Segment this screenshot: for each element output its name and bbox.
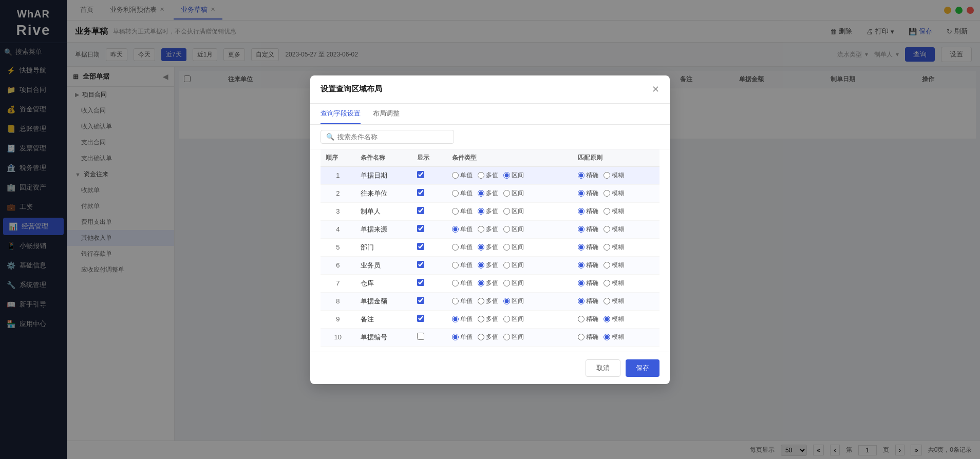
row-type-多值[interactable]: 多值 bbox=[478, 297, 498, 305]
row-type-多值[interactable]: 多值 bbox=[478, 261, 498, 270]
row-match-精确[interactable]: 精确 bbox=[578, 243, 598, 252]
row-type-多值[interactable]: 多值 bbox=[478, 315, 498, 323]
modal-tab-layout[interactable]: 布局调整 bbox=[373, 104, 400, 124]
row-order: 2 bbox=[321, 184, 355, 202]
row-type-多值[interactable]: 多值 bbox=[478, 189, 498, 198]
modal-search-input[interactable] bbox=[337, 133, 448, 141]
row-show-cell[interactable] bbox=[412, 238, 447, 256]
modal-col-name: 条件名称 bbox=[355, 149, 412, 167]
modal-table-row: 6业务员单值多值区间精确模糊 bbox=[321, 256, 659, 274]
modal-save-button[interactable]: 保存 bbox=[626, 359, 659, 377]
row-match-精确[interactable]: 精确 bbox=[578, 171, 598, 180]
row-match-模糊[interactable]: 模糊 bbox=[604, 207, 624, 216]
row-show-cell[interactable] bbox=[412, 166, 447, 184]
row-type-多值[interactable]: 多值 bbox=[478, 333, 498, 341]
row-order: 4 bbox=[321, 220, 355, 238]
row-match-模糊[interactable]: 模糊 bbox=[604, 297, 624, 305]
row-type-cell: 单值多值区间 bbox=[447, 328, 573, 346]
row-show-cell[interactable] bbox=[412, 310, 447, 328]
row-show-checkbox[interactable] bbox=[417, 279, 424, 286]
row-match-模糊[interactable]: 模糊 bbox=[604, 189, 624, 198]
row-type-单值[interactable]: 单值 bbox=[452, 261, 473, 270]
row-type-区间[interactable]: 区间 bbox=[503, 207, 524, 216]
row-type-单值[interactable]: 单值 bbox=[452, 171, 473, 180]
row-show-cell[interactable] bbox=[412, 202, 447, 220]
row-order: 10 bbox=[321, 328, 355, 346]
row-type-cell: 单值多值区间 bbox=[447, 184, 573, 202]
modal-col-match: 匹配原则 bbox=[573, 149, 659, 167]
row-show-checkbox[interactable] bbox=[417, 171, 424, 178]
row-type-区间[interactable]: 区间 bbox=[503, 279, 524, 288]
row-type-区间[interactable]: 区间 bbox=[503, 225, 524, 234]
row-condition-name: 单据来源 bbox=[355, 220, 412, 238]
row-show-checkbox[interactable] bbox=[417, 189, 424, 196]
row-match-cell: 精确模糊 bbox=[573, 184, 659, 202]
modal-col-order: 顺序 bbox=[321, 149, 355, 167]
row-type-单值[interactable]: 单值 bbox=[452, 297, 473, 305]
row-show-checkbox[interactable] bbox=[417, 207, 424, 214]
cancel-button[interactable]: 取消 bbox=[586, 359, 620, 377]
row-type-单值[interactable]: 单值 bbox=[452, 333, 473, 341]
row-type-区间[interactable]: 区间 bbox=[503, 315, 524, 323]
row-match-模糊[interactable]: 模糊 bbox=[604, 315, 624, 323]
modal-body: 查询字段设置 布局调整 🔍 顺序 条件名称 bbox=[310, 104, 670, 352]
row-show-cell[interactable] bbox=[412, 256, 447, 274]
modal-search-box[interactable]: 🔍 bbox=[321, 130, 454, 144]
row-show-checkbox[interactable] bbox=[417, 333, 424, 340]
row-type-单值[interactable]: 单值 bbox=[452, 315, 473, 323]
row-match-模糊[interactable]: 模糊 bbox=[604, 243, 624, 252]
row-match-精确[interactable]: 精确 bbox=[578, 189, 598, 198]
row-show-checkbox[interactable] bbox=[417, 225, 424, 232]
row-match-精确[interactable]: 精确 bbox=[578, 297, 598, 305]
row-order: 6 bbox=[321, 256, 355, 274]
row-show-cell[interactable] bbox=[412, 292, 447, 310]
row-type-区间[interactable]: 区间 bbox=[503, 333, 524, 341]
row-type-单值[interactable]: 单值 bbox=[452, 279, 473, 288]
row-match-精确[interactable]: 精确 bbox=[578, 279, 598, 288]
modal-footer: 取消 保存 bbox=[310, 352, 670, 384]
row-type-区间[interactable]: 区间 bbox=[503, 243, 524, 252]
row-type-单值[interactable]: 单值 bbox=[452, 225, 473, 234]
row-match-模糊[interactable]: 模糊 bbox=[604, 261, 624, 270]
row-type-多值[interactable]: 多值 bbox=[478, 279, 498, 288]
row-type-单值[interactable]: 单值 bbox=[452, 207, 473, 216]
modal-tab-query-fields[interactable]: 查询字段设置 bbox=[321, 104, 361, 124]
row-match-精确[interactable]: 精确 bbox=[578, 207, 598, 216]
row-show-cell[interactable] bbox=[412, 274, 447, 292]
row-show-checkbox[interactable] bbox=[417, 261, 424, 268]
row-match-模糊[interactable]: 模糊 bbox=[604, 333, 624, 341]
row-type-单值[interactable]: 单值 bbox=[452, 189, 473, 198]
row-type-区间[interactable]: 区间 bbox=[503, 261, 524, 270]
modal-table-row: 9备注单值多值区间精确模糊 bbox=[321, 310, 659, 328]
row-type-多值[interactable]: 多值 bbox=[478, 207, 498, 216]
row-order: 9 bbox=[321, 310, 355, 328]
row-match-模糊[interactable]: 模糊 bbox=[604, 279, 624, 288]
row-show-cell[interactable] bbox=[412, 184, 447, 202]
modal-table-wrap: 顺序 条件名称 显示 条件类型 匹配原则 1单据日期单值多值区间精确模糊2往来单… bbox=[310, 149, 670, 352]
modal-close-button[interactable]: ✕ bbox=[652, 84, 659, 95]
row-type-多值[interactable]: 多值 bbox=[478, 225, 498, 234]
row-type-单值[interactable]: 单值 bbox=[452, 243, 473, 252]
row-type-cell: 单值多值区间 bbox=[447, 274, 573, 292]
modal-title: 设置查询区域布局 bbox=[321, 84, 382, 94]
row-match-cell: 精确模糊 bbox=[573, 202, 659, 220]
modal-table-row: 3制单人单值多值区间精确模糊 bbox=[321, 202, 659, 220]
row-show-checkbox[interactable] bbox=[417, 315, 424, 322]
row-match-模糊[interactable]: 模糊 bbox=[604, 171, 624, 180]
row-type-区间[interactable]: 区间 bbox=[503, 297, 524, 305]
row-type-多值[interactable]: 多值 bbox=[478, 243, 498, 252]
row-match-模糊[interactable]: 模糊 bbox=[604, 225, 624, 234]
row-show-checkbox[interactable] bbox=[417, 297, 424, 304]
row-type-区间[interactable]: 区间 bbox=[503, 171, 524, 180]
row-show-cell[interactable] bbox=[412, 328, 447, 346]
row-match-精确[interactable]: 精确 bbox=[578, 333, 598, 341]
row-type-多值[interactable]: 多值 bbox=[478, 171, 498, 180]
row-condition-name: 仓库 bbox=[355, 274, 412, 292]
modal-overlay: 设置查询区域布局 ✕ 查询字段设置 布局调整 🔍 bbox=[0, 0, 980, 459]
row-show-checkbox[interactable] bbox=[417, 243, 424, 250]
row-match-精确[interactable]: 精确 bbox=[578, 315, 598, 323]
row-match-精确[interactable]: 精确 bbox=[578, 261, 598, 270]
row-match-精确[interactable]: 精确 bbox=[578, 225, 598, 234]
row-type-区间[interactable]: 区间 bbox=[503, 189, 524, 198]
row-show-cell[interactable] bbox=[412, 220, 447, 238]
